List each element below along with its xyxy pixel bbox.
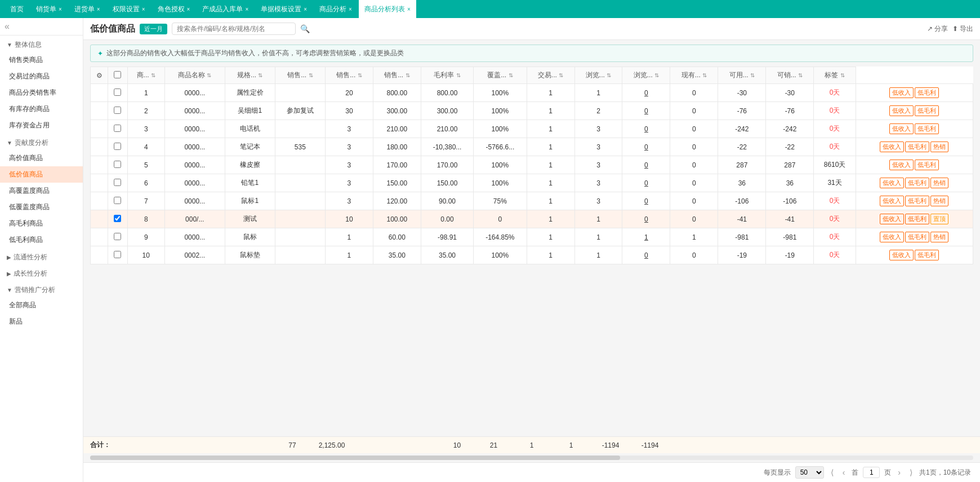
row-checkbox[interactable] <box>114 143 121 150</box>
close-icon[interactable]: × <box>304 6 307 12</box>
col-sales-price[interactable]: 销售... ⇅ <box>325 67 373 84</box>
row-checkbox[interactable] <box>114 233 121 240</box>
row-checkbox[interactable] <box>114 89 121 96</box>
col-name-cell[interactable]: 测试 <box>225 210 275 228</box>
sidebar-item-low-coverage[interactable]: 低覆盖度商品 <box>0 199 83 215</box>
col-checkbox-cell[interactable] <box>108 102 127 120</box>
col-name-cell[interactable]: 鼠标垫 <box>225 246 275 264</box>
col-sales-qty[interactable]: 销售... ⇅ <box>275 67 325 84</box>
col-view1-cell[interactable]: 0 <box>622 102 670 120</box>
sidebar-group-liquidity[interactable]: ▶ 流通性分析 <box>0 248 83 264</box>
close-icon[interactable]: × <box>349 6 352 12</box>
view1-value[interactable]: 0 <box>644 215 648 223</box>
nav-product-analysis-list[interactable]: 商品分析列表 × <box>359 0 416 18</box>
col-view1-cell[interactable]: 0 <box>622 84 670 102</box>
col-name[interactable]: 商品名称 ⇅ <box>164 67 225 84</box>
horizontal-scrollbar[interactable] <box>90 456 973 460</box>
sidebar-item-high-margin[interactable]: 高毛利商品 <box>0 215 83 232</box>
col-trade[interactable]: 交易... ⇅ <box>527 67 574 84</box>
sidebar-group-overall[interactable]: ▼ 整体信息 <box>0 36 83 52</box>
last-page-btn[interactable]: ⟩ <box>907 467 915 478</box>
view1-value[interactable]: 1 <box>644 233 648 241</box>
close-icon[interactable]: × <box>245 6 248 12</box>
col-view1-cell[interactable]: 0 <box>622 138 670 156</box>
col-checkbox-cell[interactable] <box>108 84 127 102</box>
col-checkbox-cell[interactable] <box>108 228 127 246</box>
sidebar-item-high-value[interactable]: 高价值商品 <box>0 150 83 166</box>
sidebar-item-high-coverage[interactable]: 高覆盖度商品 <box>0 183 83 199</box>
view1-value[interactable]: 0 <box>644 143 648 151</box>
scroll-thumb[interactable] <box>90 456 620 460</box>
col-saleable[interactable]: 可销... ⇅ <box>766 67 814 84</box>
view1-value[interactable]: 0 <box>644 251 648 259</box>
sidebar-group-contribution[interactable]: ▼ 贡献度分析 <box>0 134 83 150</box>
search-icon[interactable]: 🔍 <box>300 24 310 33</box>
nav-role-auth[interactable]: 角色授权 × <box>152 0 196 18</box>
close-icon[interactable]: × <box>407 6 411 12</box>
nav-template-settings[interactable]: 单据模板设置 × <box>255 0 313 18</box>
nav-home[interactable]: 首页 <box>5 0 29 18</box>
col-checkbox-cell[interactable] <box>108 120 127 138</box>
sidebar-item-stock-capital[interactable]: 库存资金占用 <box>0 117 83 134</box>
sidebar-collapse-btn[interactable]: « <box>5 21 10 32</box>
nav-product-in[interactable]: 产成品入库单 × <box>197 0 254 18</box>
nav-sales-order[interactable]: 销货单 × <box>30 0 68 18</box>
col-name-cell[interactable]: 鼠标 <box>225 228 275 246</box>
current-page-input[interactable] <box>863 467 880 478</box>
row-checkbox[interactable] <box>114 125 121 132</box>
col-sales-amount[interactable]: 销售... ⇅ <box>373 67 421 84</box>
col-view1-cell[interactable]: 0 <box>622 120 670 138</box>
table-container[interactable]: ⚙ 商... ⇅ 商品名称 ⇅ 规格... ⇅ 销售... ⇅ 销售... ⇅ … <box>83 62 980 436</box>
nav-product-analysis[interactable]: 商品分析 × <box>314 0 358 18</box>
col-tags[interactable]: 标签 ⇅ <box>814 67 856 84</box>
row-checkbox[interactable] <box>114 107 121 114</box>
col-view1-cell[interactable]: 0 <box>622 210 670 228</box>
col-name-cell[interactable]: 笔记本 <box>225 138 275 156</box>
close-icon[interactable]: × <box>187 6 190 12</box>
col-checkbox-cell[interactable] <box>108 156 127 174</box>
col-view2[interactable]: 浏览... ⇅ <box>622 67 670 84</box>
sidebar-item-low-value[interactable]: 低价值商品 <box>0 166 83 183</box>
col-view1-cell[interactable]: 0 <box>622 174 670 192</box>
view1-value[interactable]: 0 <box>644 179 648 187</box>
col-checkbox-cell[interactable] <box>108 138 127 156</box>
row-checkbox[interactable] <box>114 179 121 186</box>
col-name-cell[interactable]: 电话机 <box>225 120 275 138</box>
col-name-cell[interactable]: 铅笔1 <box>225 174 275 192</box>
share-button[interactable]: ↗ 分享 <box>927 24 948 34</box>
view1-value[interactable]: 0 <box>644 89 648 97</box>
col-checkbox-cell[interactable] <box>108 192 127 210</box>
sidebar-item-all-products[interactable]: 全部商品 <box>0 297 83 313</box>
sidebar-group-growth[interactable]: ▶ 成长性分析 <box>0 264 83 281</box>
col-view1-cell[interactable]: 0 <box>622 192 670 210</box>
col-checkbox-cell[interactable] <box>108 246 127 264</box>
sidebar-item-category-sales[interactable]: 商品分类销售率 <box>0 85 83 101</box>
col-gear[interactable]: ⚙ <box>91 67 108 84</box>
page-size-select[interactable]: 50 100 200 <box>795 466 824 479</box>
row-checkbox[interactable] <box>114 215 121 222</box>
col-coverage[interactable]: 覆盖... ⇅ <box>474 67 527 84</box>
row-checkbox[interactable] <box>114 197 121 204</box>
col-view1-cell[interactable]: 1 <box>622 228 670 246</box>
col-margin-rate[interactable]: 毛利率 ⇅ <box>421 67 473 84</box>
col-view1-cell[interactable]: 0 <box>622 246 670 264</box>
first-page-btn[interactable]: ⟨ <box>828 467 836 478</box>
col-current[interactable]: 现有... ⇅ <box>670 67 718 84</box>
prev-page-btn[interactable]: ‹ <box>840 467 848 478</box>
date-range-tag[interactable]: 近一月 <box>140 24 167 34</box>
col-checkbox[interactable] <box>108 67 127 84</box>
close-icon[interactable]: × <box>59 6 62 12</box>
view1-value[interactable]: 0 <box>644 107 648 115</box>
row-checkbox[interactable] <box>114 161 121 168</box>
nav-purchase-order[interactable]: 进货单 × <box>69 0 106 18</box>
nav-permission-settings[interactable]: 权限设置 × <box>107 0 151 18</box>
col-code[interactable]: 商... ⇅ <box>127 67 164 84</box>
sidebar-group-marketing[interactable]: ▼ 营销推广分析 <box>0 281 83 297</box>
sidebar-item-new-products[interactable]: 新品 <box>0 313 83 330</box>
sidebar-item-sales-products[interactable]: 销售类商品 <box>0 52 83 68</box>
close-icon[interactable]: × <box>142 6 145 12</box>
col-view1-cell[interactable]: 0 <box>622 156 670 174</box>
select-all-checkbox[interactable] <box>114 71 121 78</box>
next-page-btn[interactable]: › <box>896 467 903 478</box>
col-available[interactable]: 可用... ⇅ <box>718 67 766 84</box>
